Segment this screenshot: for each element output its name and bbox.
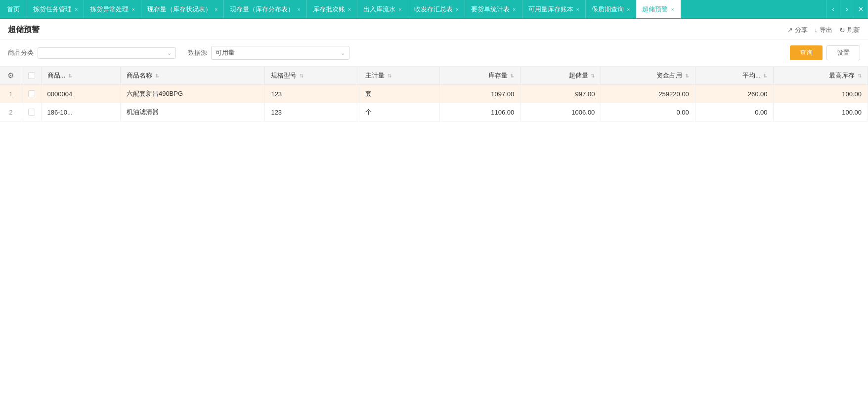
nav-tab-tab-11[interactable]: 超储预警× xyxy=(636,0,680,18)
nav-tab-close-tab-11[interactable]: × xyxy=(671,6,674,12)
datasource-label: 数据源 xyxy=(188,48,207,57)
cell-product-code-0: 0000004 xyxy=(41,85,120,103)
nav-tab-label: 保质期查询 xyxy=(592,5,624,14)
share-button[interactable]: ↗ 分享 xyxy=(787,26,808,35)
col-header-product-name: 商品名称 ⇅ xyxy=(120,67,264,85)
cell-max-stock-1: 100.00 xyxy=(774,103,868,121)
row-checkbox-0[interactable] xyxy=(28,90,35,97)
table-row: 1 0000004 六配套新昌490BPG 123 套 1097.00 997.… xyxy=(0,85,868,103)
nav-tab-tab-6[interactable]: 出入库流水× xyxy=(357,0,408,18)
nav-tab-close-tab-5[interactable]: × xyxy=(348,6,351,12)
col-header-capital: 资金占用 ⇅ xyxy=(601,67,695,85)
sort-icon-max-stock[interactable]: ⇅ xyxy=(858,73,862,79)
datasource-arrow-icon: ⌄ xyxy=(341,50,345,56)
col-overstock-label: 超储量 xyxy=(569,72,588,79)
col-max-stock-label: 最高库存 xyxy=(829,72,855,79)
nav-tab-close-tab-7[interactable]: × xyxy=(456,6,459,12)
nav-tab-close-tab-4[interactable]: × xyxy=(297,6,300,12)
row-checkbox-1[interactable] xyxy=(28,109,35,116)
col-header-avg: 平均... ⇅ xyxy=(695,67,774,85)
filter-category: 商品分类 ⌄ xyxy=(8,47,176,59)
filter-actions: 查询 设置 xyxy=(790,45,860,60)
sort-icon-capital[interactable]: ⇅ xyxy=(685,73,689,79)
sort-icon-avg[interactable]: ⇅ xyxy=(763,73,767,79)
nav-tab-close-tab-10[interactable]: × xyxy=(627,6,630,12)
category-select[interactable]: ⌄ xyxy=(38,47,176,59)
datasource-select[interactable]: 可用量 ⌄ xyxy=(211,46,349,60)
nav-tab-close-tab-1[interactable]: × xyxy=(75,6,78,12)
table-header-row: ⚙ 商品... ⇅ 商品名称 ⇅ 规格型号 ⇅ xyxy=(0,67,868,85)
export-icon: ↓ xyxy=(815,26,818,34)
col-header-product-code: 商品... ⇅ xyxy=(41,67,120,85)
cell-seq-1: 2 xyxy=(0,103,22,121)
nav-tab-tab-4[interactable]: 现存量（库存分布表）× xyxy=(224,0,306,18)
nav-home-label: 首页 xyxy=(7,5,20,14)
cell-capital-1: 0.00 xyxy=(601,103,695,121)
nav-tab-label: 超储预警 xyxy=(642,5,668,14)
nav-tab-tab-10[interactable]: 保质期查询× xyxy=(586,0,636,18)
nav-tab-close-tab-3[interactable]: × xyxy=(215,6,217,12)
col-spec-label: 规格型号 xyxy=(271,72,297,79)
nav-tab-tab-2[interactable]: 拣货异常处理× xyxy=(84,0,141,18)
col-header-spec: 规格型号 ⇅ xyxy=(265,67,359,85)
settings-button[interactable]: 设置 xyxy=(826,45,860,60)
category-arrow-icon: ⌄ xyxy=(167,50,172,56)
page-title: 超储预警 xyxy=(8,25,40,35)
sort-icon-product-code[interactable]: ⇅ xyxy=(68,73,72,79)
sort-icon-unit[interactable]: ⇅ xyxy=(388,73,391,79)
nav-tab-label: 拣货任务管理 xyxy=(33,5,72,14)
nav-tab-tab-7[interactable]: 收发存汇总表× xyxy=(408,0,465,18)
cell-avg-0: 260.00 xyxy=(695,85,774,103)
sort-icon-overstock[interactable]: ⇅ xyxy=(591,73,595,79)
nav-tab-close-tab-2[interactable]: × xyxy=(131,6,134,12)
nav-tab-label: 收发存汇总表 xyxy=(414,5,453,14)
refresh-button[interactable]: ↻ 刷新 xyxy=(839,26,860,35)
col-header-checkbox xyxy=(22,67,41,85)
nav-tab-tab-3[interactable]: 现存量（库存状况表）× xyxy=(141,0,224,18)
gear-icon[interactable]: ⚙ xyxy=(7,71,14,79)
select-all-checkbox[interactable] xyxy=(28,72,35,79)
export-button[interactable]: ↓ 导出 xyxy=(815,26,833,35)
nav-tab-close-tab-6[interactable]: × xyxy=(398,6,401,12)
nav-tab-tab-5[interactable]: 库存批次账× xyxy=(307,0,357,18)
cell-product-name-1: 机油滤清器 xyxy=(120,103,264,121)
data-table: ⚙ 商品... ⇅ 商品名称 ⇅ 规格型号 ⇅ xyxy=(0,67,868,121)
nav-tab-label: 出入库流水 xyxy=(363,5,395,14)
cell-overstock-0: 997.00 xyxy=(521,85,601,103)
nav-tab-label: 现存量（库存状况表） xyxy=(147,5,212,14)
nav-arrows: ‹ › ✕ xyxy=(826,0,868,19)
nav-tab-label: 要货单统计表 xyxy=(471,5,510,14)
filter-datasource: 数据源 可用量 ⌄ xyxy=(188,46,349,60)
cell-overstock-1: 1006.00 xyxy=(521,103,601,121)
nav-home[interactable]: 首页 xyxy=(0,0,27,18)
col-header-unit: 主计量 ⇅ xyxy=(359,67,439,85)
nav-tab-close-tab-8[interactable]: × xyxy=(513,6,516,12)
cell-stock-1: 1106.00 xyxy=(440,103,521,121)
nav-tab-tab-1[interactable]: 拣货任务管理× xyxy=(27,0,84,18)
cell-avg-1: 0.00 xyxy=(695,103,774,121)
nav-tab-label: 可用量库存账本 xyxy=(528,5,573,14)
nav-tab-close-tab-9[interactable]: × xyxy=(576,6,579,12)
nav-arrow-right[interactable]: › xyxy=(840,0,854,19)
nav-arrow-close[interactable]: ✕ xyxy=(854,0,868,19)
cell-capital-0: 259220.00 xyxy=(601,85,695,103)
query-button[interactable]: 查询 xyxy=(790,45,823,60)
nav-arrow-left[interactable]: ‹ xyxy=(826,0,840,19)
sort-icon-stock[interactable]: ⇅ xyxy=(510,73,514,79)
share-icon: ↗ xyxy=(787,26,793,34)
col-capital-label: 资金占用 xyxy=(656,72,682,79)
nav-tab-tab-8[interactable]: 要货单统计表× xyxy=(465,0,522,18)
filter-area: 商品分类 ⌄ 数据源 可用量 ⌄ 查询 设置 xyxy=(0,40,868,67)
nav-tab-label: 库存批次账 xyxy=(313,5,345,14)
cell-spec-0: 123 xyxy=(265,85,359,103)
col-header-max-stock: 最高库存 ⇅ xyxy=(774,67,868,85)
cell-product-name-0: 六配套新昌490BPG xyxy=(120,85,264,103)
page-wrapper: 超储预警 ↗ 分享 ↓ 导出 ↻ 刷新 商品分类 ⌄ 数据源 xyxy=(0,19,868,395)
sort-icon-spec[interactable]: ⇅ xyxy=(300,73,304,79)
header-actions: ↗ 分享 ↓ 导出 ↻ 刷新 xyxy=(787,26,861,35)
sort-icon-product-name[interactable]: ⇅ xyxy=(155,73,159,79)
nav-tab-tab-9[interactable]: 可用量库存账本× xyxy=(522,0,586,18)
cell-checkbox-0 xyxy=(22,85,41,103)
export-label: 导出 xyxy=(820,26,832,35)
cell-seq-0: 1 xyxy=(0,85,22,103)
